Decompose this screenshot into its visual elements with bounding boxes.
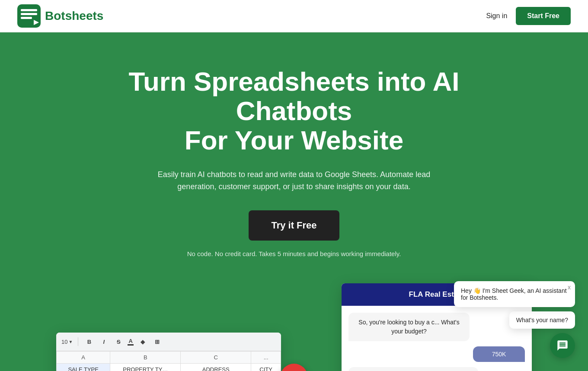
chat-icon [556,339,569,352]
cell-b1: PROPERTY TY… [110,364,181,371]
font-size-value: 10 [61,339,67,345]
svg-rect-3 [21,17,32,19]
table-row: SALE TYPE PROPERTY TY… ADDRESS CITY [57,364,281,371]
cell-a1: SALE TYPE [57,364,110,371]
toolbar-strikethrough[interactable]: S [113,336,124,347]
no-code-text: No code. No credit card. Takes 5 minutes… [17,250,571,257]
toolbar-font-color: A [128,338,133,346]
spreadsheet-table: A B C ... SALE TYPE PROPERTY TY… ADDRESS… [56,351,281,371]
logo-link[interactable]: Botsheets [17,4,103,28]
svg-rect-0 [17,4,41,28]
col-header-c: C [181,352,251,364]
toolbar-italic[interactable]: I [98,336,109,347]
cell-d1: CITY [251,364,281,371]
chat-bubble-bot-2: Great news. I found a property within yo… [348,367,478,371]
toolbar-grid[interactable]: ⊞ [152,336,163,347]
cell-c1: ADDRESS [181,364,251,371]
col-header-a: A [57,352,110,364]
nav-actions: Sign in Start Free [486,7,571,25]
chatbot-toast: Hey 👋 I'm Sheet Geek, an AI assistant fo… [454,281,575,307]
toolbar-font-size: 10 ▼ [61,339,73,345]
hero-headline: Turn Spreadsheets into AI Chatbots For Y… [99,67,489,155]
logo-text: Botsheets [45,9,103,23]
try-free-button[interactable]: Try it Free [249,210,339,241]
chatbot-name-bubble: What's your name? [509,311,575,329]
chatbot-toast-text: Hey 👋 I'm Sheet Geek, an AI assistant fo… [461,287,567,301]
toolbar-bold[interactable]: B [83,336,95,347]
spreadsheet-toolbar: 10 ▼ B I S A ◆ ⊞ [56,333,281,351]
hero-headline-line1: Turn Spreadsheets into AI Chatbots [129,67,460,126]
hero-subtext: Easily train AI chatbots to read and wri… [147,168,441,193]
col-header-d: ... [251,352,281,364]
start-free-button[interactable]: Start Free [516,7,571,25]
chat-bubble-bot-1: So, you're looking to buy a c... What's … [348,313,470,341]
chatbot-widget: Hey 👋 I'm Sheet Geek, an AI assistant fo… [454,281,575,358]
col-header-b: B [110,352,181,364]
navbar: Botsheets Sign in Start Free [0,0,588,32]
signin-button[interactable]: Sign in [486,12,507,20]
svg-rect-1 [21,9,37,11]
hero-headline-line2: For Your Website [185,125,403,155]
font-size-arrow-down: ▼ [68,339,73,344]
chatbot-toast-close[interactable]: x [568,284,571,291]
svg-rect-2 [21,13,37,15]
toolbar-divider [78,337,78,346]
toolbar-fill[interactable]: ◆ [137,336,148,347]
spreadsheet-mock: 10 ▼ B I S A ◆ ⊞ A B C ... [56,333,281,371]
play-button[interactable] [280,364,308,371]
chatbot-icon-button[interactable] [550,333,575,358]
logo-icon [17,4,41,28]
